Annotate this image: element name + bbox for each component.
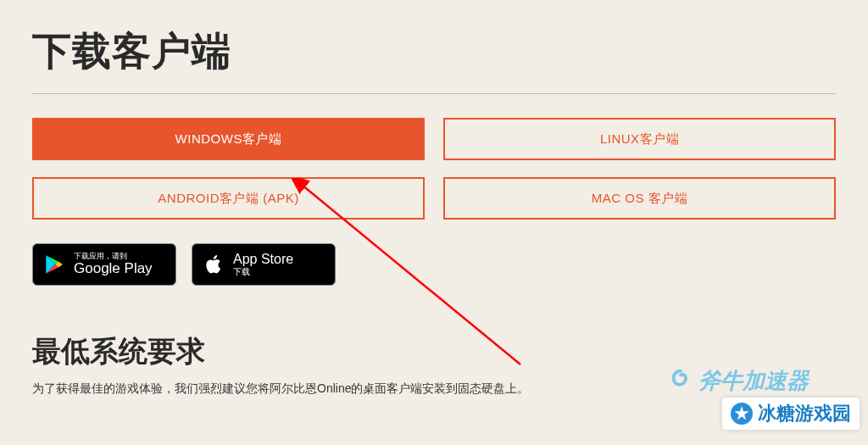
download-buttons-grid: WINDOWS客户端 LINUX客户端 ANDROID客户端 (APK) MAC… xyxy=(32,118,836,220)
android-download-button[interactable]: ANDROID客户端 (APK) xyxy=(32,177,425,220)
badge-text: App Store 下载 xyxy=(233,252,293,277)
badge-text: 下载应用，请到 Google Play xyxy=(74,252,153,277)
google-play-icon xyxy=(43,253,65,275)
button-label: WINDOWS客户端 xyxy=(175,131,282,147)
google-play-badge[interactable]: 下载应用，请到 Google Play xyxy=(32,243,176,286)
button-label: ANDROID客户端 (APK) xyxy=(158,191,298,207)
badge-main-line: App Store xyxy=(233,252,293,267)
snowflake-icon xyxy=(731,403,753,425)
apple-icon xyxy=(203,253,225,275)
button-label: MAC OS 客户端 xyxy=(592,191,687,207)
page-title: 下载客户端 xyxy=(32,25,836,78)
windows-download-button[interactable]: WINDOWS客户端 xyxy=(32,118,425,160)
watermark-label: 斧牛加速器 xyxy=(698,366,809,396)
watermark-gamepark: 冰糖游戏园 xyxy=(722,398,860,430)
swirl-icon xyxy=(668,369,693,394)
watermark-label: 冰糖游戏园 xyxy=(758,401,851,426)
badge-top-line: 下载应用，请到 xyxy=(74,252,153,260)
button-label: LINUX客户端 xyxy=(600,131,679,147)
badge-main-line: Google Play xyxy=(74,260,153,277)
linux-download-button[interactable]: LINUX客户端 xyxy=(443,118,836,160)
badge-sub-line: 下载 xyxy=(233,267,293,277)
macos-download-button[interactable]: MAC OS 客户端 xyxy=(443,177,836,220)
store-badges-row: 下载应用，请到 Google Play App Store 下载 xyxy=(32,243,836,286)
watermark-accelerator: 斧牛加速器 xyxy=(668,366,809,396)
app-store-badge[interactable]: App Store 下载 xyxy=(192,243,336,286)
divider xyxy=(32,93,836,94)
